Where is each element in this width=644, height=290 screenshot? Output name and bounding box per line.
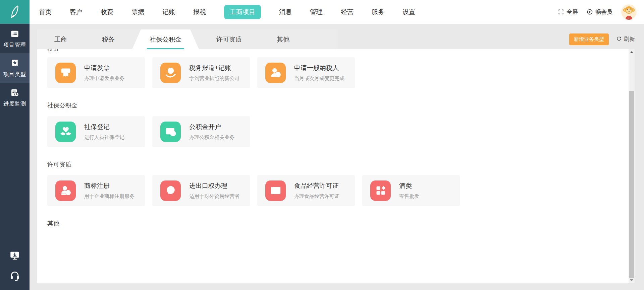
food-license-icon (265, 180, 286, 201)
card-text: 食品经营许可证 办理食品经营许可证 (294, 182, 339, 200)
nav-item-tax-filing[interactable]: 报税 (193, 8, 206, 16)
svg-text:税: 税 (168, 68, 173, 73)
clipped-section-title: 税务 (47, 49, 614, 53)
download-monitor-icon[interactable] (9, 250, 20, 261)
nav-item-operations[interactable]: 经营 (341, 8, 354, 16)
scrollbar-thumb[interactable] (629, 91, 634, 278)
vertical-scrollbar[interactable] (629, 49, 635, 283)
nav-item-settings[interactable]: 设置 (402, 8, 415, 16)
section-social-insurance-fund: 社保公积金 社保登记 进行人员社保登记 ¥ 公积金开户 办理公积金相关业务 (47, 101, 614, 147)
card-tax-registration-bookkeeping[interactable]: 税 税务报道+记账 拿到营业执照的新公司 (152, 57, 250, 88)
nav-item-fees[interactable]: 收费 (101, 8, 113, 16)
card-subtitle: 办理食品经营许可证 (294, 193, 339, 200)
app-logo[interactable] (0, 0, 30, 24)
hands-heart-icon (55, 122, 76, 142)
svg-text:¥: ¥ (172, 132, 174, 135)
trademark-icon: R (55, 180, 76, 201)
card-title: 酒类 (399, 182, 419, 190)
tab-tax[interactable]: 税务 (85, 29, 132, 49)
headset-icon[interactable] (9, 270, 20, 281)
card-subtitle: 进行人员社保登记 (84, 134, 124, 141)
card-apply-invoice[interactable]: 申请发票 办理申请发票业务 (47, 57, 145, 88)
card-food-business-license[interactable]: 食品经营许可证 办理食品经营许可证 (257, 175, 355, 206)
refresh-icon (616, 36, 622, 43)
nav-item-invoices[interactable]: 票据 (131, 8, 144, 16)
nav-item-messages[interactable]: 消息 (279, 8, 292, 16)
svg-text:般: 般 (276, 73, 279, 77)
topnav-items: 首页客户收费票据记账报税工商项目消息管理经营服务设置 (39, 5, 415, 19)
add-business-type-button[interactable]: 新增业务类型 (569, 33, 609, 45)
taxpayer-badge-icon: 般 (265, 63, 286, 83)
content-area: 工商税务社保公积金许可资质其他 新增业务类型 刷新 税务 申请发票 办理申请发票… (30, 24, 644, 290)
nav-item-business-projects[interactable]: 工商项目 (224, 5, 261, 19)
tab-industry-commerce[interactable]: 工商 (37, 29, 85, 49)
scroll-down-arrow-icon (630, 279, 633, 281)
scroll-down-button[interactable] (629, 277, 635, 283)
nav-item-home[interactable]: 首页 (39, 8, 52, 16)
topnav-right: 全屏 畅会员 (558, 4, 637, 20)
top-navigation: 首页客户收费票据记账报税工商项目消息管理经营服务设置 全屏 畅会员 (30, 0, 644, 24)
scroll-up-arrow-icon (630, 51, 633, 53)
monkey-avatar-image (621, 4, 637, 20)
sidebar-item-project-type[interactable]: 项目类型 (0, 53, 30, 83)
tab-licenses[interactable]: 许可资质 (199, 29, 259, 49)
card-title: 食品经营许可证 (294, 182, 339, 190)
card-title: 申请发票 (84, 64, 124, 72)
card-import-export-rights[interactable]: 进出口权办理 适用于对外贸易经营者 (152, 175, 250, 206)
tax-coin-icon: 税 (160, 63, 181, 83)
fullscreen-icon (558, 9, 564, 15)
sidebar-item-project-management[interactable]: 项目管理 (0, 24, 30, 53)
nav-item-services[interactable]: 服务 (372, 8, 384, 16)
nav-item-customers[interactable]: 客户 (70, 8, 83, 16)
import-export-icon (160, 180, 181, 201)
refresh-label: 刷新 (624, 36, 635, 43)
section-title: 许可资质 (47, 160, 614, 168)
main-area: 首页客户收费票据记账报税工商项目消息管理经营服务设置 全屏 畅会员 (30, 0, 644, 290)
card-general-taxpayer[interactable]: 般 申请一般纳税人 当月或次月成变更完成 (257, 57, 355, 88)
sidebar-bottom-tools (0, 250, 30, 281)
sidebar-item-progress-monitoring[interactable]: 进度监测 (0, 83, 30, 112)
nav-item-bookkeeping[interactable]: 记账 (162, 8, 175, 16)
card-text: 社保登记 进行人员社保登记 (84, 123, 124, 141)
section-licenses: 许可资质 R 商标注册 用于企业商标注册服务 进出口权办理 适用于对外贸易经营者… (47, 160, 614, 206)
card-social-insurance-registration[interactable]: 社保登记 进行人员社保登记 (47, 116, 145, 147)
card-title: 进出口权办理 (189, 182, 239, 190)
fullscreen-label: 全屏 (567, 8, 578, 16)
fund-account-icon: ¥ (160, 122, 181, 142)
card-liquor[interactable]: 酒类 零售批发 (362, 175, 460, 206)
member-button[interactable]: 畅会员 (587, 8, 612, 16)
member-label: 畅会员 (595, 8, 612, 16)
card-text: 申请发票 办理申请发票业务 (84, 64, 124, 82)
card-text: 酒类 零售批发 (399, 182, 419, 200)
card-text: 税务报道+记账 拿到营业执照的新公司 (189, 64, 239, 82)
scroll-up-button[interactable] (629, 49, 635, 55)
section-cards: 社保登记 进行人员社保登记 ¥ 公积金开户 办理公积金相关业务 (47, 116, 614, 147)
fullscreen-button[interactable]: 全屏 (558, 8, 578, 16)
services-panel: 税务 申请发票 办理申请发票业务 税 税务报道+记账 拿到营业执照的新公司 般 … (37, 49, 635, 283)
card-text: 进出口权办理 适用于对外贸易经营者 (189, 182, 239, 200)
section-other: 其他 (47, 219, 614, 227)
nav-item-management[interactable]: 管理 (310, 8, 323, 16)
card-trademark-registration[interactable]: R 商标注册 用于企业商标注册服务 (47, 175, 145, 206)
card-subtitle: 用于企业商标注册服务 (84, 193, 135, 200)
card-subtitle: 零售批发 (399, 193, 419, 200)
progress-clock-icon (10, 88, 20, 98)
services-list: 税务 申请发票 办理申请发票业务 税 税务报道+记账 拿到营业执照的新公司 般 … (37, 49, 635, 227)
card-subtitle: 当月或次月成变更完成 (294, 75, 344, 82)
user-avatar[interactable] (621, 4, 637, 20)
card-text: 申请一般纳税人 当月或次月成变更完成 (294, 64, 344, 82)
tab-social-insurance-fund[interactable]: 社保公积金 (132, 29, 199, 49)
refresh-button[interactable]: 刷新 (616, 36, 635, 43)
card-title: 商标注册 (84, 182, 135, 190)
liquor-grid-icon (370, 180, 391, 201)
card-title: 申请一般纳税人 (294, 64, 344, 72)
card-housing-fund-account[interactable]: ¥ 公积金开户 办理公积金相关业务 (152, 116, 250, 147)
section-title: 其他 (47, 219, 614, 227)
section-title: 社保公积金 (47, 101, 614, 110)
tab-other[interactable]: 其他 (259, 29, 307, 49)
section-cards: R 商标注册 用于企业商标注册服务 进出口权办理 适用于对外贸易经营者 食品经营… (47, 175, 614, 206)
feather-logo-icon (7, 4, 22, 20)
card-subtitle: 适用于对外贸易经营者 (189, 193, 239, 200)
card-text: 公积金开户 办理公积金相关业务 (189, 123, 234, 141)
app-window: 项目管理 项目类型 进度监测 首页客户收费票据记账报税工商项目消息管理经营服务设… (0, 0, 644, 290)
